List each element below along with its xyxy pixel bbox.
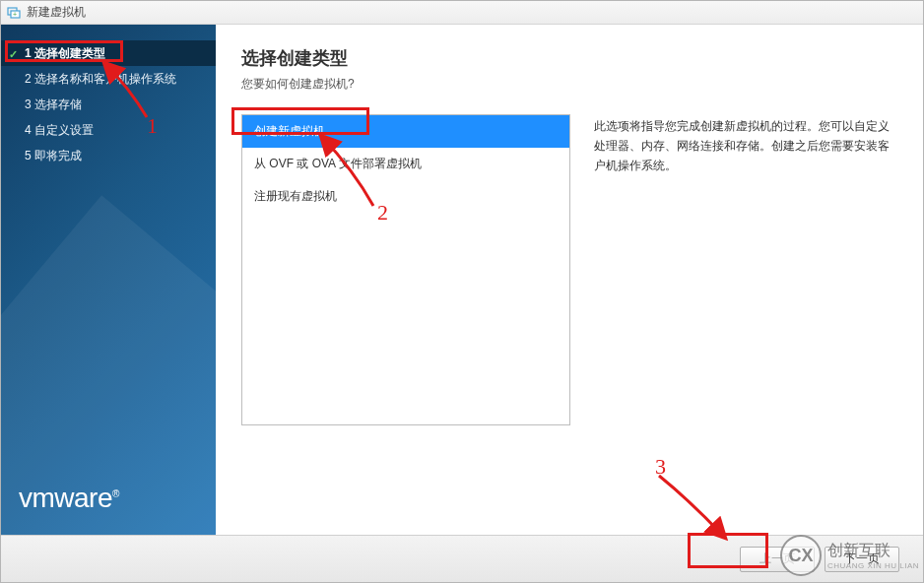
content-row: 创建新虚拟机 从 OVF 或 OVA 文件部署虚拟机 注册现有虚拟机 此选项将指… [241,114,897,425]
option-label: 从 OVF 或 OVA 文件部署虚拟机 [254,157,422,170]
dialog-footer: 上一页 下一页 [1,535,923,582]
wizard-sidebar: ✓ 1 选择创建类型 2 选择名称和客户机操作系统 3 选择存储 4 自定义设置… [1,25,216,536]
option-deploy-ovf[interactable]: 从 OVF 或 OVA 文件部署虚拟机 [242,148,569,180]
page-subtitle: 您要如何创建虚拟机? [241,76,897,93]
step-number: 2 [25,72,32,86]
option-description: 此选项将指导您完成创建新虚拟机的过程。您可以自定义处理器、内存、网络连接和存储。… [594,114,897,425]
check-icon: ✓ [9,45,18,63]
dialog-window: + 新建虚拟机 ✓ 1 选择创建类型 2 选择名称和客户机操作系统 3 选择存储… [0,0,924,583]
step-label: 即将完成 [34,149,82,162]
step-label: 选择创建类型 [34,46,105,60]
main-panel: 选择创建类型 您要如何创建虚拟机? 创建新虚拟机 从 OVF 或 OVA 文件部… [216,25,923,536]
window-icon: + [7,6,21,20]
option-register-existing[interactable]: 注册现有虚拟机 [242,180,569,213]
option-label: 创建新虚拟机 [254,124,325,138]
next-button[interactable]: 下一页 [825,547,899,572]
step-number: 1 [25,46,32,60]
titlebar: + 新建虚拟机 [1,1,923,25]
step-label: 选择名称和客户机操作系统 [34,72,176,86]
step-number: 5 [25,149,32,162]
dialog-body: ✓ 1 选择创建类型 2 选择名称和客户机操作系统 3 选择存储 4 自定义设置… [1,25,923,536]
svg-text:+: + [13,11,17,18]
step-number: 4 [25,123,32,137]
step-5[interactable]: 5 即将完成 [1,143,216,168]
step-label: 自定义设置 [34,123,94,137]
step-3[interactable]: 3 选择存储 [1,92,216,117]
vmware-logo: vmware® [19,483,119,514]
step-4[interactable]: 4 自定义设置 [1,117,216,143]
page-heading: 选择创建类型 [241,46,897,70]
creation-type-list: 创建新虚拟机 从 OVF 或 OVA 文件部署虚拟机 注册现有虚拟机 [241,114,570,425]
option-create-new-vm[interactable]: 创建新虚拟机 [242,115,569,148]
window-title: 新建虚拟机 [27,4,86,21]
step-1[interactable]: ✓ 1 选择创建类型 [1,40,216,66]
step-label: 选择存储 [34,97,82,111]
step-number: 3 [25,97,32,111]
step-2[interactable]: 2 选择名称和客户机操作系统 [1,66,216,92]
option-label: 注册现有虚拟机 [254,189,337,203]
back-button[interactable]: 上一页 [740,547,815,572]
